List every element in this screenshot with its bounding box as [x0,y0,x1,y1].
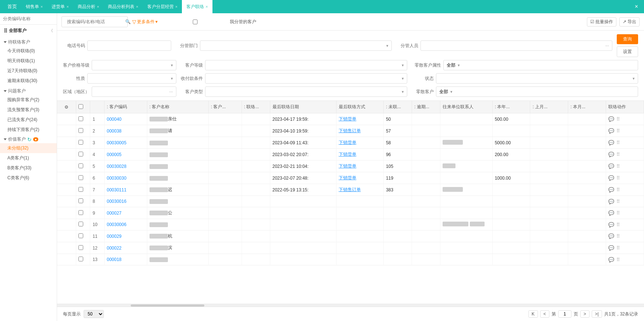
message-icon[interactable]: 💬 [608,187,614,193]
filter-phone-input[interactable] [87,40,171,51]
row-checkbox[interactable] [78,152,83,156]
row-checkbox[interactable] [78,163,83,168]
close-product-analysis-tab[interactable]: × [97,0,99,13]
col-this-year[interactable]: : 本年... [492,101,530,113]
contact-method-link[interactable]: 下销货单 [339,163,356,169]
row-checkbox[interactable] [78,222,83,226]
grid-icon[interactable]: ⠿ [616,163,620,169]
message-icon[interactable]: 💬 [608,210,614,216]
filter-customer-level-select[interactable] [205,60,407,70]
close-customer-contact-tab[interactable]: × [205,0,208,13]
filter-price-level-select[interactable] [92,60,176,70]
message-icon[interactable]: 💬 [608,140,614,145]
person-more-icon[interactable]: ··· [605,43,609,48]
close-product-analysis-list-tab[interactable]: × [136,0,138,13]
contact-method-link[interactable]: 下销售订单 [339,128,361,133]
close-sales-tab[interactable]: × [41,0,43,13]
per-page-select[interactable]: 50 100 200 [84,310,104,318]
grid-icon[interactable]: ⠿ [616,152,620,157]
sidebar-group-pending[interactable]: 待联络客户 [0,37,57,46]
horizontal-scrollbar[interactable] [57,304,644,307]
next-page-btn[interactable]: > [580,310,590,318]
row-checkbox[interactable] [78,140,83,145]
col-last-contact-date[interactable]: 最后联络日期 [270,101,336,113]
col-overdue[interactable]: : 逾期... [412,101,440,113]
nav-tab-purchase[interactable]: 进货单 × [47,0,73,13]
grid-icon[interactable]: ⠿ [616,175,620,181]
sidebar-item-today-pending[interactable]: 今天待联络(0) [0,46,57,56]
col-code[interactable]: : 客户编码 [104,101,147,113]
grid-icon[interactable]: ⠿ [616,116,620,122]
filter-payment-select[interactable] [205,73,407,84]
settings-icon[interactable]: ⚙ [64,105,68,110]
search-input[interactable] [64,18,125,26]
more-conditions-btn[interactable]: ▽ 更多条件 ▾ [132,19,158,25]
sidebar-item-churn-warning[interactable]: 流失预警客户(3) [0,105,57,115]
col-name[interactable]: : 客户名称 [147,101,208,113]
sidebar-item-class-a[interactable]: A类客户(1) [0,153,57,163]
contact-method-link[interactable]: 下销货单 [339,116,356,121]
search-btn[interactable]: 查询 [617,34,638,44]
nav-tab-customer-segment[interactable]: 客户分层经营 × [143,0,182,13]
grid-icon[interactable]: ⠿ [616,128,620,134]
col-uncontacted[interactable]: : 未联... [384,101,412,113]
sidebar-search-input[interactable] [3,16,57,21]
batch-operation-btn[interactable]: ☑ 批量操作 [587,17,616,27]
message-icon[interactable]: 💬 [608,116,614,122]
filter-customer-type-select[interactable] [205,87,407,97]
prev-page-btn[interactable]: < [540,310,549,318]
region-more-icon[interactable]: ··· [169,89,173,94]
message-icon[interactable]: 💬 [608,175,614,181]
message-icon[interactable]: 💬 [608,163,614,169]
message-icon[interactable]: 💬 [608,233,614,239]
row-checkbox[interactable] [78,175,83,180]
all-customers-header[interactable]: ⠿ 全部客户 《 [0,25,57,37]
filter-dept-select[interactable] [200,40,392,51]
message-icon[interactable]: 💬 [608,152,614,157]
sidebar-item-tomorrow-pending[interactable]: 明天待联络(1) [0,56,57,66]
grid-icon[interactable]: ⠿ [616,222,620,227]
sidebar-item-class-c[interactable]: C类客户(6) [0,173,57,183]
row-checkbox[interactable] [78,233,83,238]
filter-person-select[interactable]: ··· [420,40,612,51]
filter-retail-attr-select[interactable]: 全部 [443,60,638,70]
search-icon[interactable]: 🔍 [125,19,131,24]
window-close-btn[interactable]: × [632,3,641,10]
grid-icon[interactable]: ⠿ [616,199,620,204]
contact-method-link[interactable]: 下销售订单 [339,187,361,192]
export-btn[interactable]: ↗ 导出 [619,17,640,27]
filter-status-select[interactable] [436,73,638,84]
sidebar-item-churned[interactable]: 已流失客户(24) [0,115,57,125]
col-contact[interactable]: : 联络... [242,101,270,113]
filter-nature-select[interactable] [87,73,176,84]
grid-icon[interactable]: ⠿ [616,140,620,145]
row-checkbox[interactable] [78,187,83,192]
last-page-btn[interactable]: >| [592,310,602,318]
filter-retail-select[interactable]: 全部 [436,87,638,97]
close-customer-segment-tab[interactable]: × [175,0,177,13]
row-checkbox[interactable] [78,245,83,250]
grid-icon[interactable]: ⠿ [616,257,620,262]
grid-icon[interactable]: ⠿ [616,187,620,193]
row-checkbox[interactable] [78,198,83,203]
nav-tab-product-analysis[interactable]: 商品分析 × [73,0,103,13]
contact-method-link[interactable]: 下销货单 [339,175,356,180]
filter-region-select[interactable]: ··· [92,87,176,97]
message-icon[interactable]: 💬 [608,128,614,134]
col-last-month[interactable]: : 上月... [530,101,568,113]
col-contacts[interactable]: 往来单位联系人 [440,101,492,113]
row-checkbox[interactable] [78,210,83,215]
row-checkbox[interactable] [78,128,83,133]
message-icon[interactable]: 💬 [608,245,614,251]
col-last-contact-method[interactable]: 最后联络方式 [336,101,384,113]
select-all-checkbox[interactable] [78,104,83,109]
scroll-thumb[interactable] [131,304,204,307]
grid-icon[interactable]: ⠿ [616,210,620,216]
message-icon[interactable]: 💬 [608,199,614,204]
sidebar-group-problem[interactable]: 问题客户 [0,86,57,95]
sidebar-item-overdue-pending[interactable]: 逾期未联络(30) [0,76,57,86]
sidebar-item-class-b[interactable]: B类客户(33) [0,163,57,173]
sidebar-item-abnormal[interactable]: 囤购异常客户(2) [0,95,57,105]
nav-tab-sales[interactable]: 销售单 × [21,0,47,13]
grid-icon[interactable]: ⠿ [616,245,620,251]
